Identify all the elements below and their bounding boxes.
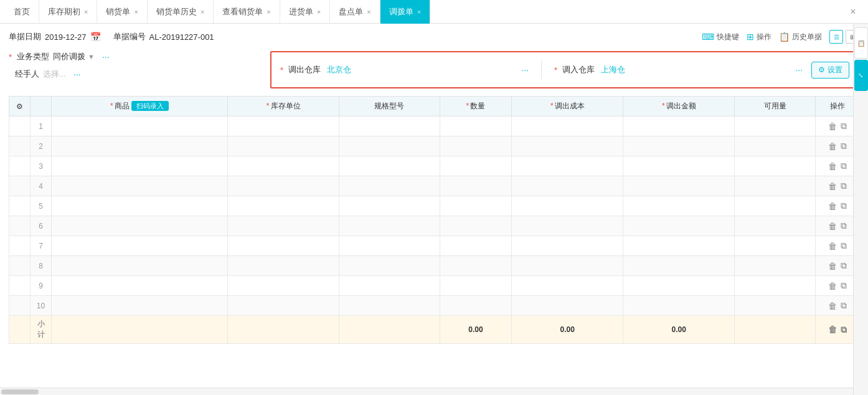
row-amount-2[interactable] <box>623 136 735 156</box>
tab-transfer[interactable]: 调拨单 × <box>380 0 430 24</box>
row-copy-icon-8[interactable]: ⧉ <box>841 260 847 271</box>
row-quantity-8[interactable] <box>440 256 512 276</box>
row-quantity-2[interactable] <box>440 136 512 156</box>
row-amount-10[interactable] <box>623 296 735 316</box>
warehouse-out-more[interactable]: ··· <box>521 65 529 75</box>
row-spec-8[interactable] <box>339 256 440 276</box>
row-unit-1[interactable] <box>228 117 339 136</box>
tab-purchase[interactable]: 进货单 × <box>280 0 330 24</box>
row-delete-icon[interactable]: 🗑 <box>828 325 837 335</box>
row-cost-8[interactable] <box>512 256 623 276</box>
row-unit-2[interactable] <box>228 136 339 156</box>
window-close-button[interactable]: × <box>843 0 863 24</box>
row-cost-3[interactable] <box>512 156 623 176</box>
row-spec-5[interactable] <box>339 196 440 216</box>
row-cost-1[interactable] <box>512 117 623 136</box>
settings-button[interactable]: ⚙ 设置 <box>811 62 849 79</box>
row-delete-icon-7[interactable]: 🗑 <box>828 241 837 251</box>
row-amount-8[interactable] <box>623 256 735 276</box>
row-unit-5[interactable] <box>228 196 339 216</box>
row-spec-1[interactable] <box>339 117 440 136</box>
row-spec-7[interactable] <box>339 236 440 256</box>
row-delete-icon-1[interactable]: 🗑 <box>828 121 837 131</box>
row-amount-9[interactable] <box>623 276 735 296</box>
row-amount-7[interactable] <box>623 236 735 256</box>
tab-close-inventory-init[interactable]: × <box>84 8 88 16</box>
row-amount-5[interactable] <box>623 196 735 216</box>
tab-sales[interactable]: 销货单 × <box>97 0 147 24</box>
tab-inventory-init[interactable]: 库存期初 × <box>39 0 97 24</box>
warehouse-in-more[interactable]: ··· <box>795 65 803 75</box>
row-unit-8[interactable] <box>228 256 339 276</box>
tab-sales-history[interactable]: 销货单历史 × <box>148 0 214 24</box>
row-copy-icon-3[interactable]: ⧉ <box>841 161 847 171</box>
row-delete-icon-2[interactable]: 🗑 <box>828 141 837 151</box>
row-product-4[interactable] <box>52 176 228 196</box>
row-unit-9[interactable] <box>228 276 339 296</box>
row-amount-1[interactable] <box>623 117 735 136</box>
row-cost-9[interactable] <box>512 276 623 296</box>
tab-close-stocktake[interactable]: × <box>367 8 370 16</box>
row-delete-icon-6[interactable]: 🗑 <box>828 221 837 231</box>
row-quantity-3[interactable] <box>440 156 512 176</box>
scan-btn[interactable]: 扫码录入 <box>131 101 169 111</box>
row-copy-icon-6[interactable]: ⧉ <box>841 221 847 231</box>
row-cost-4[interactable] <box>512 176 623 196</box>
row-cost-6[interactable] <box>512 216 623 236</box>
row-product-7[interactable] <box>52 236 228 256</box>
row-amount-4[interactable] <box>623 176 735 196</box>
row-spec-9[interactable] <box>339 276 440 296</box>
row-quantity-7[interactable] <box>440 236 512 256</box>
row-delete-icon-3[interactable]: 🗑 <box>828 161 837 171</box>
tab-close-purchase[interactable]: × <box>317 8 321 16</box>
tab-close-sales[interactable]: × <box>134 8 138 16</box>
tab-view-sales[interactable]: 查看销货单 × <box>214 0 280 24</box>
row-product-8[interactable] <box>52 256 228 276</box>
row-cost-5[interactable] <box>512 196 623 216</box>
operations-btn[interactable]: ⊞ 操作 <box>747 32 771 42</box>
row-quantity-9[interactable] <box>440 276 512 296</box>
row-copy-icon-10[interactable]: ⧉ <box>841 300 847 311</box>
row-cost-2[interactable] <box>512 136 623 156</box>
row-product-9[interactable] <box>52 276 228 296</box>
row-amount-3[interactable] <box>623 156 735 176</box>
tab-close-transfer[interactable]: × <box>417 8 421 16</box>
row-copy-icon-5[interactable]: ⧉ <box>841 201 847 211</box>
agent-placeholder[interactable]: 选择... <box>43 69 66 80</box>
calendar-icon[interactable]: 📅 <box>90 32 101 42</box>
row-copy-icon-7[interactable]: ⧉ <box>841 240 847 251</box>
history-btn[interactable]: 📋 历史单据 <box>779 32 822 42</box>
row-cost-7[interactable] <box>512 236 623 256</box>
tab-close-view-sales[interactable]: × <box>267 8 270 16</box>
shortcuts-btn[interactable]: ⌨ 快捷键 <box>702 32 739 42</box>
sidebar-expand-btn[interactable]: ⤢ <box>854 60 868 91</box>
row-spec-6[interactable] <box>339 216 440 236</box>
business-type-select[interactable]: 同价调拨 ▼ <box>53 51 95 62</box>
row-product-1[interactable] <box>52 117 228 136</box>
row-quantity-5[interactable] <box>440 196 512 216</box>
row-unit-3[interactable] <box>228 156 339 176</box>
row-spec-4[interactable] <box>339 176 440 196</box>
col-settings[interactable]: ⚙ <box>9 97 31 117</box>
warehouse-out-value[interactable]: 北京仓 <box>327 64 351 75</box>
row-unit-10[interactable] <box>228 296 339 316</box>
row-spec-3[interactable] <box>339 156 440 176</box>
tab-stocktake[interactable]: 盘点单 × <box>330 0 380 24</box>
row-quantity-1[interactable] <box>440 117 512 136</box>
row-delete-icon-10[interactable]: 🗑 <box>828 301 837 311</box>
scrollbar-thumb[interactable] <box>1 389 39 394</box>
row-product-6[interactable] <box>52 216 228 236</box>
row-spec-10[interactable] <box>339 296 440 316</box>
row-copy-icon-4[interactable]: ⧉ <box>841 181 847 191</box>
horizontal-scrollbar[interactable] <box>0 388 853 395</box>
row-quantity-6[interactable] <box>440 216 512 236</box>
row-unit-7[interactable] <box>228 236 339 256</box>
row-product-10[interactable] <box>52 296 228 316</box>
row-product-5[interactable] <box>52 196 228 216</box>
row-delete-icon-8[interactable]: 🗑 <box>828 261 837 271</box>
row-delete-icon-4[interactable]: 🗑 <box>828 181 837 191</box>
row-amount-6[interactable] <box>623 216 735 236</box>
row-copy-icon-2[interactable]: ⧉ <box>841 141 847 151</box>
layout-list-icon[interactable]: ☰ <box>829 30 843 44</box>
row-product-2[interactable] <box>52 136 228 156</box>
